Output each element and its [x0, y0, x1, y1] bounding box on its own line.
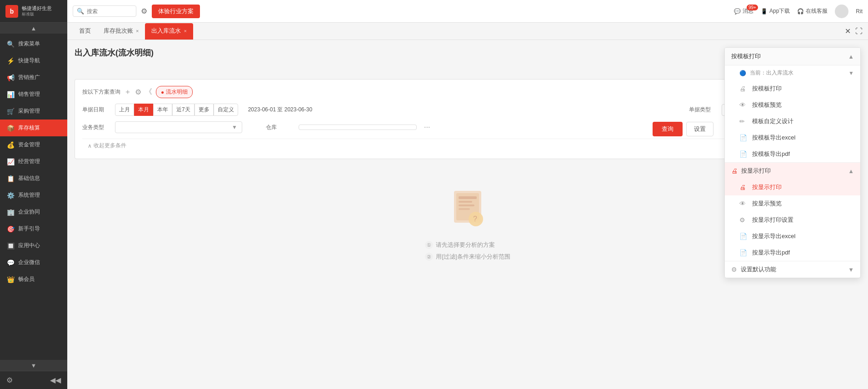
trial-button[interactable]: 体验行业方案	[152, 5, 200, 18]
settings-button[interactable]: 设置	[686, 122, 713, 136]
sidebar-settings-icon[interactable]: ⚙	[6, 376, 13, 384]
tab-home[interactable]: 首页	[73, 23, 97, 40]
dropdown-item-template-export-pdf[interactable]: 📄按模板导出pdf	[725, 146, 860, 162]
search-input[interactable]	[87, 8, 123, 15]
current-label-arrow[interactable]: ▼	[848, 70, 854, 76]
sidebar-item-guide[interactable]: 🎯新手引导	[0, 220, 67, 237]
type-filter-label: 单据类型	[689, 106, 716, 114]
item-label-template-print: 按模板打印	[752, 85, 782, 93]
sidebar-label-wechat: 企业微信	[18, 259, 40, 266]
sidebar-item-wechat[interactable]: 💬企业微信	[0, 254, 67, 271]
sidebar-item-search[interactable]: 🔍搜索菜单	[0, 35, 67, 52]
hint-text-1: 请先选择要分析的方案	[436, 239, 495, 251]
sidebar-item-purchase[interactable]: 🛒采购管理	[0, 103, 67, 120]
display-header-label: 按显示打印	[741, 167, 771, 175]
sidebar-icon-system: ⚙️	[6, 192, 15, 199]
current-label-text: 当前：出入库流水	[750, 69, 793, 77]
sidebar-item-quick-nav[interactable]: ⚡快捷导航	[0, 52, 67, 69]
dropdown-item-display-export-excel[interactable]: 📄按显示导出excel	[725, 228, 860, 244]
sidebar-item-sales[interactable]: 📊销售管理	[0, 86, 67, 103]
topbar-gear-icon[interactable]: ⚙	[141, 7, 147, 15]
sidebar-item-marketing[interactable]: 📢营销推广	[0, 69, 67, 86]
current-label-row: 🔵 当前：出入库流水 ▼	[725, 65, 860, 80]
filter-collapse-icon[interactable]: 《	[145, 87, 152, 97]
sidebar-icon-basic-info: 📋	[6, 175, 15, 182]
warehouse-more-icon[interactable]: ···	[424, 123, 430, 131]
date-btn-近7天[interactable]: 近7天	[172, 104, 195, 116]
tab-batch[interactable]: 库存批次账×	[97, 23, 145, 40]
sidebar-scroll-up[interactable]: ▲	[0, 23, 67, 34]
dropdown-item-display-export-pdf[interactable]: 📄按显示导出pdf	[725, 244, 860, 261]
empty-hints: ① 请先选择要分析的方案 ② 用[过滤]条件来缩小分析范围	[425, 239, 510, 263]
sidebar-label-quick-nav: 快捷导航	[18, 57, 40, 65]
sidebar: b 畅捷通好生意 标准版 ▲ 🔍搜索菜单⚡快捷导航📢营销推广📊销售管理🛒采购管理…	[0, 0, 67, 389]
page-content: 出入库流水(流水明细) 🖨 按模板打印 ▲ | ⬆ 导出 | 🔄 刷新 按以	[67, 40, 868, 389]
date-btn-更多[interactable]: 更多	[195, 104, 214, 116]
tab-label-home: 首页	[79, 27, 91, 35]
hint-num-1: ①	[425, 241, 433, 249]
user-name: Rit	[856, 8, 863, 15]
sidebar-icon-app-center: 🔲	[6, 242, 15, 249]
filter-add-icon[interactable]: ＋	[124, 87, 131, 97]
tab-close-flow[interactable]: ×	[184, 28, 186, 34]
filter-settings-icon[interactable]: ⚙	[135, 88, 141, 96]
sidebar-label-operations: 经营管理	[18, 158, 40, 165]
warehouse-select[interactable]	[299, 125, 417, 130]
dropdown-item-template-export-excel[interactable]: 📄按模板导出excel	[725, 130, 860, 146]
sidebar-item-enterprise[interactable]: 🏢企业协同	[0, 204, 67, 220]
dropdown-item-display-print[interactable]: 🖨按显示打印	[725, 179, 860, 195]
query-button[interactable]: 查询	[653, 122, 683, 136]
item-icon-display-preview: 👁	[739, 200, 748, 207]
sidebar-item-inventory[interactable]: 📦库存核算	[0, 120, 67, 136]
sidebar-item-operations[interactable]: 📈经营管理	[0, 153, 67, 170]
tab-close-batch[interactable]: ×	[136, 28, 139, 34]
display-section-header[interactable]: 🖨 按显示打印 ▲	[725, 163, 860, 179]
sidebar-item-finance[interactable]: 💰资金管理	[0, 136, 67, 153]
topbar-search-box[interactable]: 🔍	[73, 5, 136, 17]
filter-tag-dot: ●	[161, 89, 164, 95]
display-header-icon: 🖨	[731, 167, 738, 175]
dropdown-footer[interactable]: ⚙ 设置默认功能 ▼	[725, 261, 860, 278]
dropdown-item-display-preview[interactable]: 👁按显示预览	[725, 195, 860, 212]
sidebar-icon-search: 🔍	[6, 40, 15, 48]
sidebar-item-system[interactable]: ⚙️系统管理	[0, 187, 67, 204]
display-header-arrow[interactable]: ▲	[848, 168, 854, 175]
filter-active-tag[interactable]: ● 流水明细	[156, 86, 193, 98]
current-label-icon: 🔵	[739, 70, 746, 76]
sidebar-scroll-down[interactable]: ▼	[0, 360, 67, 371]
sidebar-item-member[interactable]: 👑畅会员	[0, 271, 67, 288]
sidebar-nav: 🔍搜索菜单⚡快捷导航📢营销推广📊销售管理🛒采购管理📦库存核算💰资金管理📈经营管理…	[0, 34, 67, 360]
item-label-display-export-excel: 按显示导出excel	[752, 232, 795, 240]
date-btn-本月[interactable]: 本月	[134, 104, 153, 116]
online-service-item[interactable]: 🎧 在线客服	[797, 7, 828, 15]
svg-rect-4	[459, 204, 474, 206]
app-download-item[interactable]: 📱 App下载	[761, 7, 790, 15]
app-logo: b 畅捷通好生意 标准版	[0, 0, 67, 23]
biz-type-select[interactable]: ▼	[115, 121, 242, 133]
biz-type-arrow: ▼	[232, 124, 237, 130]
date-filter-label: 单据日期	[82, 106, 110, 114]
date-btn-本年[interactable]: 本年	[153, 104, 172, 116]
sidebar-icon-marketing: 📢	[6, 74, 15, 81]
tab-close-all[interactable]: ✕	[845, 27, 851, 35]
message-badge: 99+	[747, 5, 758, 10]
sidebar-item-app-center[interactable]: 🔲应用中心	[0, 237, 67, 254]
sidebar-collapse-icon[interactable]: ◀◀	[50, 376, 61, 384]
collapse-icon: ∧	[88, 143, 92, 149]
item-icon-display-export-pdf: 📄	[739, 249, 748, 256]
avatar[interactable]	[835, 5, 848, 18]
footer-label: 设置默认功能	[741, 265, 776, 274]
date-btn-上月[interactable]: 上月	[115, 104, 134, 116]
dropdown-item-template-custom[interactable]: ✏模板自定义设计	[725, 113, 860, 130]
date-btn-自定义[interactable]: 自定义	[214, 104, 238, 116]
sidebar-item-basic-info[interactable]: 📋基础信息	[0, 170, 67, 187]
tab-expand[interactable]: ⛶	[855, 27, 863, 35]
dropdown-item-template-print[interactable]: 🖨按模板打印	[725, 80, 860, 97]
dropdown-item-template-preview[interactable]: 👁按模板预览	[725, 97, 860, 113]
app-download-icon: 📱	[761, 8, 768, 15]
item-icon-template-custom: ✏	[739, 118, 748, 125]
message-icon-item[interactable]: 💬 消息 99+	[734, 7, 753, 15]
tab-flow[interactable]: 出入库流水×	[145, 23, 193, 40]
dropdown-close-arrow[interactable]: ▲	[848, 53, 854, 60]
dropdown-item-display-print-settings[interactable]: ⚙按显示打印设置	[725, 212, 860, 228]
